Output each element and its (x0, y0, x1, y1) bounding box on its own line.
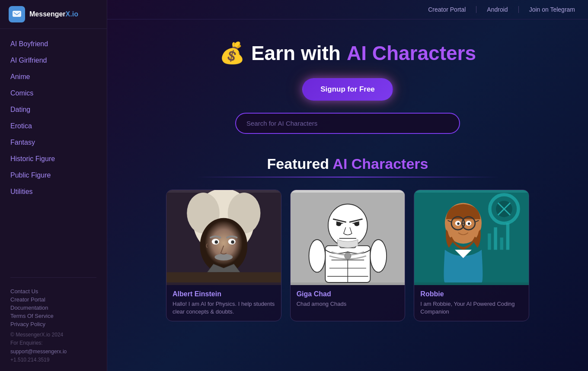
card-name-einstein: Albert Einstein (173, 290, 275, 298)
svg-point-41 (468, 222, 470, 225)
svg-rect-29 (494, 227, 498, 250)
sidebar-item-dating[interactable]: Dating (0, 101, 107, 118)
footer-link-contact-us[interactable]: Contact Us (10, 288, 96, 295)
sidebar-item-historic-figure[interactable]: Historic Figure (0, 151, 107, 167)
cards-grid: Albert Einstein Hallo! I am AI for Physi… (166, 190, 529, 321)
search-input[interactable] (235, 113, 460, 134)
sidebar-item-ai-boyfriend[interactable]: AI Boyfriend (0, 36, 107, 52)
footer-info: © MessengerX.io 2024 For Enquiries: supp… (10, 331, 96, 364)
sidebar-item-anime[interactable]: Anime (0, 69, 107, 85)
copyright: © MessengerX.io 2024 (10, 331, 96, 339)
footer-link-creator-portal[interactable]: Creator Portal (10, 296, 96, 303)
hero-section: 💰 Earn with AI Characters Signup for Fre… (107, 19, 588, 151)
card-body-einstein: Albert Einstein Hallo! I am AI for Physi… (166, 285, 281, 321)
footer-link-privacy-policy[interactable]: Privacy Policy (10, 321, 96, 327)
svg-rect-11 (166, 272, 281, 282)
svg-point-19 (370, 240, 387, 273)
featured-divider (196, 177, 499, 178)
svg-point-40 (457, 222, 460, 225)
card-giga-chad[interactable]: Giga Chad Chad among Chads (290, 190, 406, 321)
svg-point-18 (309, 240, 325, 273)
phone: +1.510.214.3519 (10, 356, 96, 364)
card-body-robbie: Robbie I am Robbie, Your AI Powered Codi… (414, 285, 529, 321)
nav-divider (10, 277, 96, 278)
join-telegram-button[interactable]: Join on Telegram (529, 6, 575, 13)
card-image-robbie (414, 190, 529, 285)
card-robbie[interactable]: Robbie I am Robbie, Your AI Powered Codi… (414, 190, 529, 321)
main-content: Creator Portal Android Join on Telegram … (107, 0, 588, 371)
logo-highlight: X.io (66, 10, 78, 18)
card-desc-chad: Chad among Chads (297, 300, 399, 308)
svg-rect-0 (13, 11, 21, 17)
hero-title-prefix: Earn with (251, 41, 341, 65)
featured-title-highlight: AI Characters (332, 155, 428, 172)
svg-point-6 (215, 254, 233, 260)
hero-emoji: 💰 (219, 41, 245, 65)
header-link-android[interactable]: Android (487, 6, 508, 13)
sidebar: MessengerX.io AI Boyfriend AI Girlfriend… (0, 0, 107, 371)
hero-title-highlight: AI Characters (347, 41, 476, 65)
header: Creator Portal Android Join on Telegram (107, 0, 588, 19)
sidebar-item-utilities[interactable]: Utilities (0, 184, 107, 200)
logo-icon (9, 6, 25, 22)
sidebar-item-comics[interactable]: Comics (0, 85, 107, 101)
footer-links: Contact Us Creator Portal Documentation … (0, 281, 107, 371)
hero-title: 💰 Earn with AI Characters (219, 41, 476, 65)
card-name-robbie: Robbie (420, 290, 523, 298)
card-image-einstein (166, 190, 281, 285)
svg-point-23 (354, 222, 359, 226)
svg-point-21 (328, 204, 368, 246)
header-divider (476, 6, 476, 13)
footer-link-documentation[interactable]: Documentation (10, 304, 96, 311)
sidebar-item-fantasy[interactable]: Fantasy (0, 134, 107, 151)
footer-link-terms-of-service[interactable]: Terms Of Service (10, 313, 96, 319)
enquiries-label: For Enquiries: support@messengerx.io (10, 339, 96, 355)
card-image-chad (291, 190, 405, 285)
card-desc-einstein: Hallo! I am AI for Physics. I help stude… (173, 300, 275, 316)
header-divider-2 (518, 6, 519, 13)
svg-rect-30 (500, 238, 504, 250)
search-container (235, 113, 460, 134)
nav-items: AI Boyfriend AI Girlfriend Anime Comics … (0, 29, 107, 274)
card-desc-robbie: I am Robbie, Your AI Powered Coding Comp… (420, 300, 523, 316)
svg-point-22 (336, 222, 341, 226)
svg-point-9 (215, 241, 218, 244)
sidebar-item-public-figure[interactable]: Public Figure (0, 167, 107, 184)
card-albert-einstein[interactable]: Albert Einstein Hallo! I am AI for Physi… (166, 190, 281, 321)
logo-area[interactable]: MessengerX.io (0, 0, 107, 29)
sidebar-item-erotica[interactable]: Erotica (0, 118, 107, 134)
svg-rect-31 (506, 223, 510, 250)
card-body-chad: Giga Chad Chad among Chads (291, 285, 405, 313)
svg-rect-28 (488, 234, 491, 250)
signup-button[interactable]: Signup for Free (302, 78, 393, 101)
header-link-creator-portal[interactable]: Creator Portal (428, 6, 466, 13)
featured-title: Featured AI Characters (125, 155, 571, 172)
card-name-chad: Giga Chad (297, 290, 399, 298)
featured-title-prefix: Featured (267, 155, 333, 172)
logo-text: MessengerX.io (29, 10, 78, 18)
svg-point-24 (344, 253, 351, 259)
sidebar-item-ai-girlfriend[interactable]: AI Girlfriend (0, 52, 107, 69)
contact-email[interactable]: support@messengerx.io (10, 349, 67, 355)
svg-point-10 (231, 241, 234, 244)
featured-section: Featured AI Characters (107, 151, 588, 339)
